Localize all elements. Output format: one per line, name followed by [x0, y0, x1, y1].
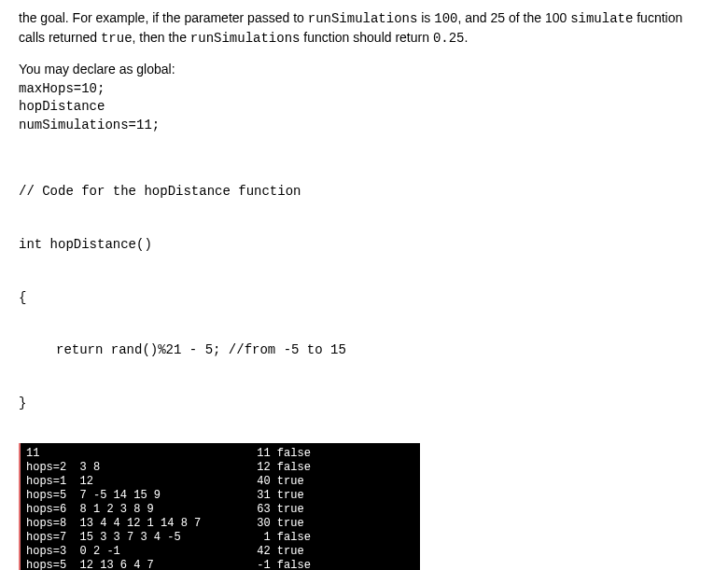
intro-text-2: is	[417, 10, 434, 25]
console-left-column: 11 hops=2 3 8 hops=1 12 hops=5 7 -5 14 1…	[26, 447, 219, 570]
global-maxhops: maxHops=10;	[19, 80, 709, 99]
code-025: 0.25	[433, 31, 465, 46]
code-runSimulations-2: runSimulations	[190, 31, 301, 46]
code-signature: int hopDistance()	[19, 236, 709, 254]
code-return: return rand()%21 - 5; //from -5 to 15	[19, 341, 709, 359]
global-hopdistance: hopDistance	[19, 98, 709, 117]
code-block: // Code for the hopDistance function int…	[19, 148, 709, 430]
intro-text-1: the goal. For example, if the parameter …	[19, 10, 308, 25]
code-close-brace: }	[19, 395, 709, 412]
console-right-column: 11 false 12 false 40 true 31 true 63 tru…	[219, 447, 311, 570]
code-open-brace: {	[19, 289, 709, 307]
code-comment: // Code for the hopDistance function	[19, 183, 709, 201]
globals-label: You may declare as global:	[19, 61, 709, 79]
intro-paragraph: the goal. For example, if the parameter …	[19, 9, 709, 48]
code-runSimulations-1: runSimulations	[308, 11, 418, 26]
intro-text-3: , and 25 of the 100	[457, 10, 570, 25]
code-100: 100	[434, 11, 457, 26]
global-numsimulations: numSimulations=11;	[19, 117, 709, 135]
intro-text-7: .	[464, 30, 468, 45]
intro-text-5: , then the	[133, 30, 190, 45]
console-output: 11 hops=2 3 8 hops=1 12 hops=5 7 -5 14 1…	[19, 443, 420, 570]
code-true: true	[101, 31, 133, 46]
code-simulate: simulate	[570, 11, 633, 26]
globals-section: You may declare as global: maxHops=10; h…	[19, 61, 709, 134]
intro-text-6: function should return	[300, 30, 432, 45]
